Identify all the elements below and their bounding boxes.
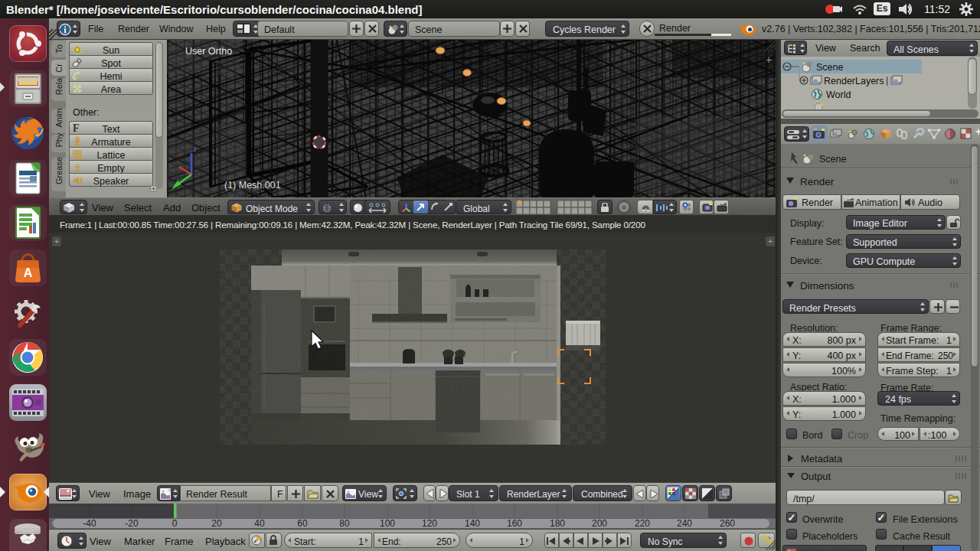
- svg-text:Scene: Scene: [816, 62, 843, 73]
- svg-text:120: 120: [422, 518, 437, 529]
- svg-text:User Ortho: User Ortho: [185, 46, 232, 57]
- svg-text:RenderLayers: RenderLayers: [824, 76, 884, 86]
- svg-text:80: 80: [339, 518, 350, 529]
- svg-text:World: World: [826, 90, 851, 100]
- svg-text:60: 60: [297, 518, 308, 529]
- svg-text:-40: -40: [83, 518, 96, 529]
- svg-text:0: 0: [172, 518, 178, 529]
- svg-text:200: 200: [592, 518, 607, 529]
- svg-text:20: 20: [211, 518, 222, 529]
- svg-text:z: z: [193, 145, 197, 153]
- svg-text:100: 100: [380, 518, 395, 529]
- svg-text:160: 160: [507, 518, 522, 529]
- svg-text:A: A: [24, 266, 33, 279]
- svg-text:-20: -20: [125, 518, 139, 529]
- svg-text:|: |: [886, 75, 888, 86]
- svg-text:+: +: [766, 54, 772, 66]
- svg-text:+: +: [54, 236, 59, 246]
- svg-text:240: 240: [677, 518, 692, 529]
- svg-text:40: 40: [254, 518, 265, 529]
- svg-text:260: 260: [720, 518, 735, 529]
- svg-text:220: 220: [635, 518, 650, 529]
- svg-text:+: +: [768, 236, 773, 246]
- svg-text:180: 180: [550, 518, 565, 529]
- svg-text:(1) Mesh.001: (1) Mesh.001: [224, 180, 281, 191]
- svg-text:140: 140: [465, 518, 480, 529]
